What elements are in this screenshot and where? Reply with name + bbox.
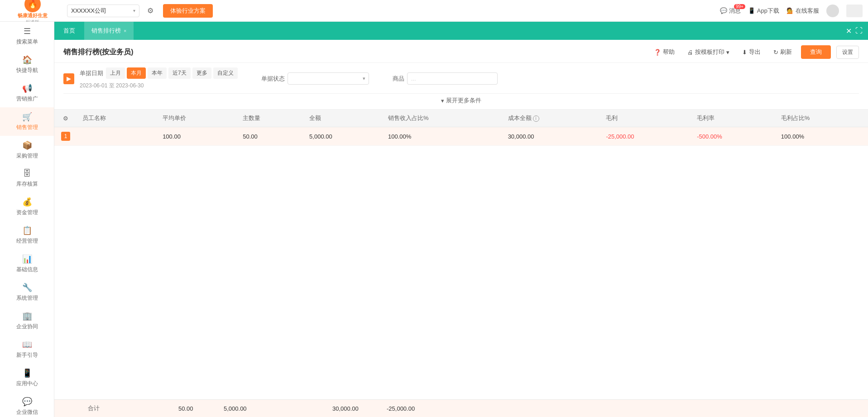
date-btn-custom[interactable]: 自定义 <box>213 67 238 79</box>
goods-input[interactable]: ... <box>407 72 498 85</box>
cell-sales-pct: 100.00% <box>383 127 503 146</box>
user-name-placeholder <box>846 5 863 17</box>
operations-icon: 📋 <box>22 225 32 235</box>
sidebar-item-purchase[interactable]: 📦 采购管理 <box>0 136 54 164</box>
footer-label: 合计 <box>82 404 119 412</box>
sidebar: ☰ 搜索菜单 🏠 快捷导航 📢 营销推广 🛒 销售管理 📦 采购管理 🗄 库存核… <box>0 22 54 417</box>
help-button[interactable]: ❓ 帮助 <box>650 46 678 58</box>
enterprise-icon: 🏢 <box>22 311 32 321</box>
sidebar-item-inventory[interactable]: 🗄 库存核算 <box>0 164 54 192</box>
inventory-icon: 🗄 <box>23 169 31 178</box>
goods-filter-group: 商品 ... <box>393 72 498 85</box>
sidebar-item-finance[interactable]: 💰 资金管理 <box>0 192 54 221</box>
sidebar-item-system[interactable]: 🔧 系统管理 <box>0 278 54 307</box>
goods-dots: ... <box>411 75 416 82</box>
filter-expand-arrow[interactable]: ▶ <box>63 73 74 84</box>
print-button[interactable]: 🖨 按模板打印 ▾ <box>684 46 733 58</box>
search-order-icon: ☰ <box>24 26 31 36</box>
user-avatar[interactable] <box>826 5 839 17</box>
top-bar-right: 💬 消息 99+ 📱 App下载 💁 在线客服 <box>720 5 863 17</box>
sales-ranking-table: ⚙ 员工名称 平均单价 主数量 全额 销售收入占比% 成本全额i 毛利 毛利率 <box>54 110 868 146</box>
sidebar-item-guide[interactable]: 📖 新手引导 <box>0 335 54 364</box>
date-btn-more[interactable]: 更多 <box>192 67 211 79</box>
message-icon: 💬 <box>720 7 727 14</box>
footer-qty: 50.00 <box>173 405 218 412</box>
sidebar-item-operations[interactable]: 📋 经营管理 <box>0 221 54 249</box>
basics-icon: 📊 <box>22 254 32 264</box>
tab-sales-ranking[interactable]: 销售排行榜 × <box>84 22 134 40</box>
date-btn-this-month[interactable]: 本月 <box>127 67 146 79</box>
filter-row-1: ▶ 单据日期 上月 本月 本年 近7天 更多 自定义 <box>63 67 859 90</box>
tab-close-window-icon[interactable]: ✕ <box>846 27 852 35</box>
sales-icon: 🛒 <box>22 112 32 122</box>
col-gross-pct: 毛利占比% <box>776 110 868 127</box>
print-icon: 🖨 <box>687 49 693 56</box>
col-avg-price: 平均单价 <box>157 110 237 127</box>
expand-chevron-icon: ▾ <box>441 97 444 104</box>
sidebar-label-sales: 销售管理 <box>16 124 38 131</box>
company-selector[interactable]: XXXXXX公司 ▾ <box>67 5 139 17</box>
col-gross: 毛利 <box>600 110 691 127</box>
refresh-button[interactable]: ↻ 刷新 <box>770 46 796 58</box>
col-sales-pct: 销售收入占比% <box>383 110 503 127</box>
col-settings: ⚙ <box>54 110 77 127</box>
app-download-label: App下载 <box>757 7 779 15</box>
col-total: 全额 <box>304 110 383 127</box>
sidebar-item-wechat[interactable]: 💬 企业微信 <box>0 392 54 417</box>
date-filter-top: 单据日期 上月 本月 本年 近7天 更多 自定义 <box>80 67 238 79</box>
query-button[interactable]: 查询 <box>801 45 831 59</box>
main-layout: ☰ 搜索菜单 🏠 快捷导航 📢 营销推广 🛒 销售管理 📦 采购管理 🗄 库存核… <box>0 22 868 417</box>
sidebar-item-enterprise[interactable]: 🏢 企业协同 <box>0 307 54 335</box>
tab-bar: 首页 销售排行榜 × ✕ ⛶ <box>54 22 868 40</box>
cell-qty: 50.00 <box>237 127 304 146</box>
tab-home[interactable]: 首页 <box>54 22 84 40</box>
date-btn-this-year[interactable]: 本年 <box>148 67 167 79</box>
status-filter-group: 单据状态 <box>261 72 369 85</box>
cell-name <box>77 127 157 146</box>
date-btn-7days[interactable]: 近7天 <box>168 67 191 79</box>
status-select[interactable] <box>288 72 369 85</box>
message-button[interactable]: 💬 消息 99+ <box>720 7 741 15</box>
expand-conditions-button[interactable]: ▾ 展开更多条件 <box>441 96 481 105</box>
company-name: XXXXXX公司 <box>71 7 131 15</box>
sidebar-item-marketing[interactable]: 📢 营销推广 <box>0 79 54 107</box>
export-button[interactable]: ⬇ 导出 <box>739 46 764 58</box>
table-row: 1 100.00 50.00 5,000.00 100.00% 30,000.0… <box>54 127 868 146</box>
tab-bar-right: ✕ ⛶ <box>846 27 868 35</box>
app-download-button[interactable]: 📱 App下载 <box>748 7 779 15</box>
help-label: 帮助 <box>663 48 675 56</box>
sidebar-item-appstore[interactable]: 📱 应用中心 <box>0 364 54 392</box>
quick-nav-icon: 🏠 <box>22 55 32 65</box>
sidebar-item-sales[interactable]: 🛒 销售管理 <box>0 107 54 136</box>
company-settings-icon[interactable]: ⚙ <box>143 4 158 18</box>
chevron-down-icon: ▾ <box>133 8 135 13</box>
cost-info-icon[interactable]: i <box>533 115 539 122</box>
top-bar: 🔥 畅康通好生意 标准版 XXXXXX公司 ▾ ⚙ 体验行业方案 💬 消息 99… <box>0 0 868 22</box>
sidebar-label-appstore: 应用中心 <box>16 380 38 388</box>
table-header-row: ⚙ 员工名称 平均单价 主数量 全额 销售收入占比% 成本全额i 毛利 毛利率 <box>54 110 868 127</box>
page-actions: ❓ 帮助 🖨 按模板打印 ▾ ⬇ 导出 ↻ 刷新 <box>650 45 859 59</box>
online-service-button[interactable]: 💁 在线客服 <box>786 7 819 15</box>
page-title: 销售排行榜(按业务员) <box>63 48 134 57</box>
sidebar-item-search-order[interactable]: ☰ 搜索菜单 <box>0 22 54 50</box>
table-wrapper: ⚙ 员工名称 平均单价 主数量 全额 销售收入占比% 成本全额i 毛利 毛利率 <box>54 110 868 399</box>
status-filter-label: 单据状态 <box>261 75 285 83</box>
help-icon: ❓ <box>654 49 661 56</box>
logo-icon: 🔥 <box>24 0 41 12</box>
tab-close-icon[interactable]: × <box>124 28 126 34</box>
sidebar-label-search-order: 搜索菜单 <box>16 38 38 46</box>
message-badge: 99+ <box>734 4 745 9</box>
cell-cost: 30,000.00 <box>503 127 601 146</box>
settings-button[interactable]: 设置 <box>836 46 859 59</box>
sidebar-item-basics[interactable]: 📊 基础信息 <box>0 249 54 278</box>
content-area: 首页 销售排行榜 × ✕ ⛶ 销售排行榜(按业务员) ❓ 帮助 <box>54 22 868 417</box>
sidebar-item-quick-nav[interactable]: 🏠 快捷导航 <box>0 50 54 79</box>
finance-icon: 💰 <box>22 197 32 207</box>
trial-button[interactable]: 体验行业方案 <box>163 4 213 18</box>
tab-expand-icon[interactable]: ⛶ <box>855 27 863 35</box>
online-service-icon: 💁 <box>786 7 794 14</box>
date-filter-group: 单据日期 上月 本月 本年 近7天 更多 自定义 2023-06-01 至 20… <box>80 67 238 90</box>
footer-cost: 30,000.00 <box>327 405 381 412</box>
sidebar-label-wechat: 企业微信 <box>16 408 38 416</box>
date-btn-last-month[interactable]: 上月 <box>106 67 125 79</box>
